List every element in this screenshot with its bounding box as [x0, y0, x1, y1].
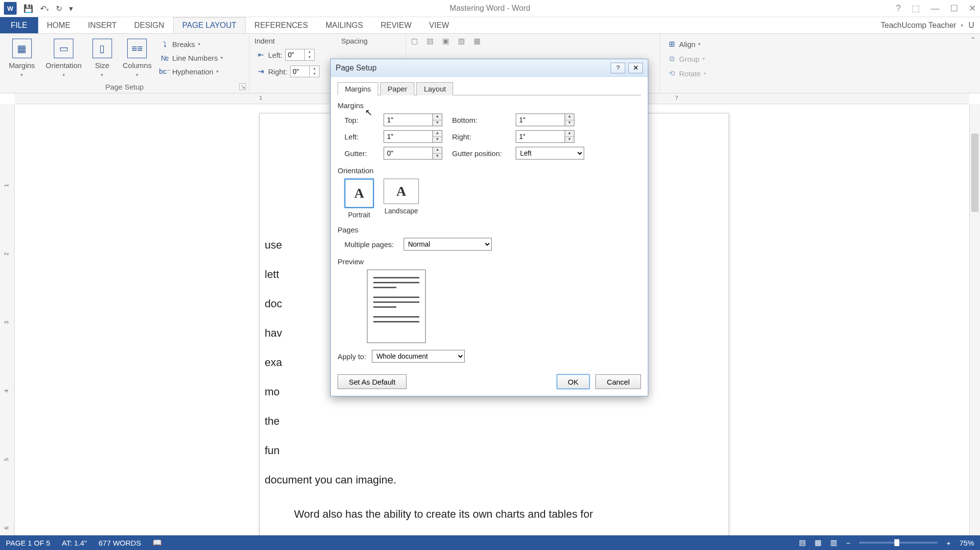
- dialog-tabs: Margins Paper Layout: [338, 82, 641, 95]
- left-input[interactable]: ▲▼: [384, 130, 452, 143]
- spacing-header: Spacing: [341, 37, 367, 45]
- hyphenation-button[interactable]: bc⁻Hyphenation▾: [159, 66, 225, 77]
- group-page-setup: ▦ Margins▾ ▭ Orientation▾ ▯ Size▾ ≡≡ Col…: [0, 34, 250, 93]
- columns-icon: ≡≡: [127, 39, 147, 58]
- print-layout-icon[interactable]: ▦: [815, 538, 821, 547]
- zoom-slider[interactable]: [859, 542, 937, 544]
- tab-file[interactable]: FILE: [0, 17, 38, 33]
- indent-left-input[interactable]: ▲▼: [285, 49, 315, 61]
- breaks-button[interactable]: ⤵Breaks▾: [159, 39, 225, 49]
- zoom-knob[interactable]: [894, 539, 899, 546]
- zoom-out-icon[interactable]: −: [846, 539, 850, 547]
- minimize-icon[interactable]: —: [931, 3, 939, 14]
- page-setup-dialog-launcher[interactable]: ↘: [239, 83, 246, 90]
- zoom-in-icon[interactable]: +: [946, 539, 951, 547]
- orientation-legend: Orientation: [338, 166, 641, 175]
- right-input[interactable]: ▲▼: [516, 130, 584, 143]
- ok-button[interactable]: OK: [557, 374, 590, 389]
- columns-button[interactable]: ≡≡ Columns▾: [119, 37, 156, 79]
- landscape-button[interactable]: A Landscape: [384, 179, 419, 219]
- indent-right-label: Right:: [268, 68, 287, 76]
- align-icon: ⊞: [667, 40, 676, 48]
- margins-legend: Margins: [338, 101, 641, 110]
- line-numbers-button[interactable]: №Line Numbers▾: [159, 52, 225, 63]
- save-icon[interactable]: 💾: [23, 4, 33, 13]
- applyto-label: Apply to:: [338, 352, 366, 361]
- dialog-title: Page Setup: [336, 64, 377, 72]
- vertical-ruler[interactable]: 1 2 3 4 5 6: [0, 104, 15, 535]
- indent-left-label: Left:: [268, 51, 282, 59]
- page-setup-dialog: Page Setup ? ✕ ↖ Margins Paper Layout Ma…: [330, 59, 648, 396]
- undo-icon[interactable]: ↶▾: [40, 4, 49, 13]
- tab-home[interactable]: HOME: [38, 17, 79, 33]
- titlebar: W 💾 ↶▾ ↻ ▾ Mastering Word - Word ? ⬚ — ☐…: [0, 0, 980, 17]
- scrollbar-thumb[interactable]: [971, 134, 979, 212]
- tab-insert[interactable]: INSERT: [79, 17, 125, 33]
- top-input[interactable]: ▲▼: [384, 114, 452, 126]
- indent-header: Indent: [254, 37, 321, 45]
- wrap-text-icon: ▤: [427, 37, 433, 46]
- ribbon-tabs: FILE HOME INSERT DESIGN PAGE LAYOUT REFE…: [0, 17, 980, 34]
- read-mode-icon[interactable]: ▤: [799, 538, 806, 547]
- align-button[interactable]: ⊞Align▾: [665, 39, 708, 49]
- dtab-paper[interactable]: Paper: [380, 82, 414, 95]
- top-label: Top:: [344, 116, 384, 124]
- cancel-button[interactable]: Cancel: [595, 374, 641, 389]
- landscape-icon: A: [384, 179, 419, 204]
- dialog-titlebar[interactable]: Page Setup ? ✕: [331, 59, 648, 77]
- set-default-button[interactable]: Set As Default: [338, 374, 407, 389]
- maximize-icon[interactable]: ☐: [950, 3, 958, 14]
- multipages-select[interactable]: Normal: [404, 238, 492, 251]
- group-label: Page Setup: [0, 83, 249, 91]
- proofing-icon[interactable]: 📖: [153, 538, 162, 547]
- preview-legend: Preview: [338, 257, 641, 266]
- vertical-scrollbar[interactable]: [969, 104, 980, 535]
- bring-forward-icon: ▣: [442, 37, 449, 46]
- dialog-help-icon[interactable]: ?: [611, 63, 625, 73]
- gutterpos-select[interactable]: Left: [516, 147, 584, 160]
- group-arrange-right: ⊞Align▾ ⧉Group▾ ⟲Rotate▾: [661, 34, 713, 93]
- account-menu[interactable]: TeachUcomp Teacher ▾ U: [881, 17, 980, 33]
- portrait-icon: A: [344, 179, 374, 208]
- help-icon[interactable]: ?: [896, 3, 901, 14]
- redo-icon[interactable]: ↻: [56, 4, 62, 13]
- dtab-layout[interactable]: Layout: [416, 82, 453, 95]
- rotate-button: ⟲Rotate▾: [665, 68, 708, 79]
- tab-mailings[interactable]: MAILINGS: [317, 17, 371, 33]
- indent-right-input[interactable]: ▲▼: [290, 66, 319, 77]
- web-layout-icon[interactable]: ▥: [830, 538, 837, 547]
- word-app-icon[interactable]: W: [4, 2, 17, 15]
- collapse-ribbon-icon[interactable]: ⌃: [970, 36, 976, 44]
- margins-button[interactable]: ▦ Margins▾: [5, 37, 39, 79]
- portrait-button[interactable]: A Portrait: [344, 179, 374, 219]
- size-button[interactable]: ▯ Size▾: [89, 37, 116, 79]
- applyto-select[interactable]: Whole document: [372, 350, 465, 363]
- rotate-icon: ⟲: [667, 69, 676, 78]
- pages-legend: Pages: [338, 226, 641, 234]
- tab-references[interactable]: REFERENCES: [246, 17, 317, 33]
- tab-page-layout[interactable]: PAGE LAYOUT: [173, 17, 246, 33]
- orientation-button[interactable]: ▭ Orientation▾: [42, 37, 85, 79]
- gutter-input[interactable]: ▲▼: [384, 147, 452, 160]
- indent-left-icon: ⇤: [256, 50, 265, 59]
- account-badge: U: [968, 21, 974, 30]
- ribbon-options-icon[interactable]: ⬚: [912, 3, 920, 14]
- close-icon[interactable]: ✕: [969, 3, 976, 14]
- qat-customize-icon[interactable]: ▾: [69, 4, 73, 13]
- account-name: TeachUcomp Teacher: [881, 21, 956, 30]
- margins-icon: ▦: [12, 39, 32, 58]
- left-label: Left:: [344, 133, 384, 141]
- dtab-margins[interactable]: Margins: [338, 82, 378, 95]
- group-button: ⧉Group▾: [665, 53, 708, 64]
- status-words[interactable]: 677 WORDS: [99, 539, 141, 547]
- bottom-input[interactable]: ▲▼: [516, 114, 584, 126]
- quick-access-toolbar: W 💾 ↶▾ ↻ ▾: [4, 2, 73, 15]
- tab-view[interactable]: VIEW: [420, 17, 458, 33]
- dialog-close-icon[interactable]: ✕: [628, 63, 643, 73]
- zoom-level[interactable]: 75%: [959, 539, 974, 547]
- status-page[interactable]: PAGE 1 OF 5: [6, 539, 50, 547]
- position-icon: ▢: [411, 37, 418, 46]
- tab-design[interactable]: DESIGN: [125, 17, 173, 33]
- right-label: Right:: [452, 133, 516, 141]
- tab-review[interactable]: REVIEW: [372, 17, 420, 33]
